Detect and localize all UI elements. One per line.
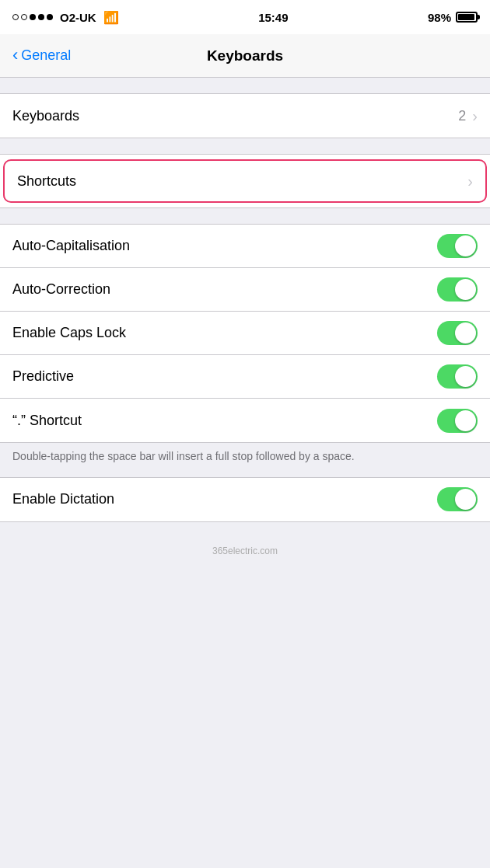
keyboards-section: Keyboards 2 › xyxy=(0,93,490,138)
keyboards-label: Keyboards xyxy=(12,108,79,124)
predictive-row: Predictive xyxy=(0,355,490,399)
auto-capitalisation-toggle[interactable] xyxy=(437,234,478,258)
shortcuts-label: Shortcuts xyxy=(17,173,76,190)
auto-capitalisation-label: Auto-Capitalisation xyxy=(12,238,130,254)
toggle-knob-5 xyxy=(455,410,476,431)
period-shortcut-note-text: Double-tapping the space bar will insert… xyxy=(12,450,355,462)
auto-correction-row: Auto-Correction xyxy=(0,268,490,312)
back-button[interactable]: ‹ General xyxy=(12,47,71,64)
toggle-knob-6 xyxy=(455,489,476,510)
enable-caps-lock-label: Enable Caps Lock xyxy=(12,325,126,341)
enable-dictation-toggle[interactable] xyxy=(437,487,478,511)
keyboards-value: 2 xyxy=(458,108,466,124)
keyboards-right: 2 › xyxy=(458,107,478,125)
period-shortcut-row: “.” Shortcut xyxy=(0,399,490,442)
keyboards-chevron-icon: › xyxy=(472,107,478,125)
status-time: 15:49 xyxy=(258,11,288,24)
dot-5 xyxy=(47,14,53,20)
auto-capitalisation-row: Auto-Capitalisation xyxy=(0,225,490,268)
status-bar: O2-UK 📶 15:49 98% xyxy=(0,0,490,34)
back-chevron-icon: ‹ xyxy=(12,47,18,64)
enable-caps-lock-toggle[interactable] xyxy=(437,321,478,345)
toggle-knob-3 xyxy=(455,322,476,343)
period-shortcut-note: Double-tapping the space bar will insert… xyxy=(0,443,490,477)
dot-1 xyxy=(12,14,19,20)
status-left: O2-UK 📶 xyxy=(12,10,119,25)
status-right: 98% xyxy=(428,11,478,24)
shortcuts-chevron-icon: › xyxy=(467,173,473,190)
nav-title: Keyboards xyxy=(207,47,283,64)
predictive-label: Predictive xyxy=(12,368,74,385)
enable-caps-lock-row: Enable Caps Lock xyxy=(0,312,490,355)
signal-dots xyxy=(12,14,53,20)
toggle-knob xyxy=(455,235,476,256)
keyboards-row[interactable]: Keyboards 2 › xyxy=(0,94,490,138)
predictive-toggle[interactable] xyxy=(437,364,478,389)
dot-4 xyxy=(38,14,44,20)
back-label: General xyxy=(21,47,71,64)
auto-correction-toggle[interactable] xyxy=(437,277,478,302)
battery-percent: 98% xyxy=(428,11,451,24)
watermark-text: 365electric.com xyxy=(212,546,278,556)
enable-dictation-row: Enable Dictation xyxy=(0,478,490,521)
content: Keyboards 2 › Shortcuts › Auto-Capitalis… xyxy=(0,78,490,564)
dot-3 xyxy=(30,14,36,20)
wifi-icon: 📶 xyxy=(103,10,119,25)
carrier-label: O2-UK xyxy=(60,11,96,24)
period-shortcut-toggle[interactable] xyxy=(437,409,478,433)
period-shortcut-label: “.” Shortcut xyxy=(12,413,82,429)
enable-dictation-label: Enable Dictation xyxy=(12,491,114,507)
shortcuts-row[interactable]: Shortcuts › xyxy=(3,159,487,203)
watermark: 365electric.com xyxy=(0,538,490,564)
settings-section: Auto-Capitalisation Auto-Correction Enab… xyxy=(0,224,490,443)
nav-bar: ‹ General Keyboards xyxy=(0,34,490,78)
battery-fill xyxy=(458,14,474,20)
auto-correction-label: Auto-Correction xyxy=(12,281,110,298)
dot-2 xyxy=(21,14,27,20)
battery-icon xyxy=(456,12,478,23)
dictation-section: Enable Dictation xyxy=(0,477,490,522)
toggle-knob-2 xyxy=(455,279,476,300)
toggle-knob-4 xyxy=(455,366,476,387)
shortcuts-section: Shortcuts › xyxy=(0,154,490,208)
